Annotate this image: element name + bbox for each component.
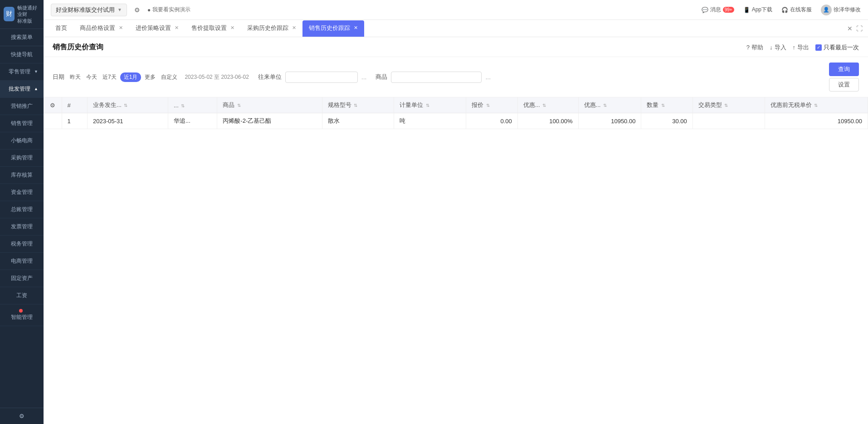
td-discount-amt: 10950.00: [578, 113, 641, 129]
message-badge: 99+: [723, 7, 734, 13]
tab-home[interactable]: 首页: [49, 20, 73, 37]
app-download-label: App下载: [752, 6, 772, 14]
source-unit-input[interactable]: [285, 72, 358, 83]
tab-close-sales-history[interactable]: ✕: [354, 25, 358, 31]
td-spec: 散水: [322, 113, 394, 129]
help-button[interactable]: ? 帮助: [746, 43, 763, 52]
sidebar-item-sales[interactable]: 销售管理: [0, 115, 44, 132]
date-opt-last7[interactable]: 近7天: [101, 72, 118, 82]
sidebar-logo: 财 畅捷通好业财 标准版: [0, 0, 44, 29]
sidebar-quick-nav[interactable]: 快捷导航: [0, 46, 44, 63]
sidebar-item-tax[interactable]: 税务管理: [0, 236, 44, 253]
goods-input[interactable]: [391, 72, 482, 83]
maximize-window-button[interactable]: ⛶: [856, 25, 863, 32]
date-options: 昨天 今天 近7天 近1月 更多 自定义: [68, 72, 179, 82]
tab-close-price-settings[interactable]: ✕: [119, 25, 123, 31]
source-unit-filter-group: 往来单位 ...: [258, 72, 367, 83]
date-opt-today[interactable]: 今天: [84, 72, 99, 82]
smart-dot-indicator: [19, 309, 23, 313]
sidebar-item-finance[interactable]: 资金管理: [0, 184, 44, 201]
col-trade-type[interactable]: 交易类型 ⇅: [692, 97, 765, 113]
td-date: 2023-05-31: [88, 113, 168, 129]
version-selector[interactable]: 好业财标准版交付试用 ▼: [51, 4, 127, 16]
col-unit[interactable]: 计量单位 ⇅: [394, 97, 466, 113]
message-button[interactable]: 💬 消息 99+: [702, 6, 734, 14]
demo-icon: ●: [147, 7, 151, 13]
col-discount-pct[interactable]: 优惠... ⇅: [517, 97, 578, 113]
sidebar-item-assets[interactable]: 固定资产: [0, 270, 44, 287]
topbar: 好业财标准版交付试用 ▼ ⚙ ● 我要看实例演示 💬 消息 99+ 📱 App下…: [44, 0, 868, 20]
message-label: 消息: [710, 6, 721, 14]
source-unit-more-icon[interactable]: ...: [361, 73, 367, 81]
col-discount-amt[interactable]: 优惠... ⇅: [578, 97, 641, 113]
tab-sales-history[interactable]: 销售历史价跟踪 ✕: [302, 20, 364, 37]
tab-purchase-history[interactable]: 采购历史价跟踪 ✕: [241, 20, 302, 37]
export-button[interactable]: ↑ 导出: [793, 43, 809, 52]
settings-button[interactable]: 设置: [829, 78, 859, 92]
date-opt-last1m[interactable]: 近1月: [120, 72, 141, 82]
online-service-button[interactable]: 🎧 在线客服: [781, 6, 812, 14]
date-opt-yesterday[interactable]: 昨天: [68, 72, 83, 82]
sidebar-item-wholesale[interactable]: 批发管理 ▲: [0, 81, 44, 98]
sidebar-item-ledger[interactable]: 总账管理: [0, 201, 44, 218]
import-button[interactable]: ↓ 导入: [770, 43, 786, 52]
demo-label: 我要看实例演示: [152, 6, 190, 14]
col-more[interactable]: ... ⇅: [168, 97, 217, 113]
headset-icon: 🎧: [781, 7, 788, 13]
col-pre-tax-price[interactable]: 优惠前无税单价 ⇅: [765, 97, 868, 113]
tab-close-purchase-history[interactable]: ✕: [292, 25, 296, 31]
td-num: 1: [62, 113, 88, 129]
sidebar-item-purchase[interactable]: 采购管理: [0, 149, 44, 167]
sidebar-settings-button[interactable]: ⚙: [0, 408, 44, 424]
table-row: 1 2023-05-31 华追... 丙烯酸-2-乙基己酯 散水 吨 0.00 …: [44, 113, 868, 129]
filter-bar: 日期 昨天 今天 近7天 近1月 更多 自定义 2023-05-02 至 202…: [44, 57, 868, 97]
td-config: [44, 113, 62, 129]
user-name: 徐泽华修改: [834, 6, 861, 14]
col-spec[interactable]: 规格型号 ⇅: [322, 97, 394, 113]
source-unit-label: 往来单位: [258, 73, 282, 81]
col-qty[interactable]: 数量 ⇅: [641, 97, 692, 113]
td-unit: 吨: [394, 113, 466, 129]
user-button[interactable]: 👤 徐泽华修改: [821, 5, 861, 15]
app-download-button[interactable]: 📱 App下载: [743, 6, 772, 14]
close-window-button[interactable]: ✕: [847, 25, 853, 32]
sidebar-item-ecommerce-small[interactable]: 小畅电商: [0, 132, 44, 149]
sidebar-item-salary[interactable]: 工资: [0, 287, 44, 304]
tab-price-settings[interactable]: 商品价格设置 ✕: [73, 20, 129, 37]
only-last-checkbox[interactable]: ✓ 只看最后一次: [815, 43, 859, 52]
sidebar-item-marketing[interactable]: 营销推广: [0, 98, 44, 115]
sidebar-search[interactable]: 搜索菜单: [0, 29, 44, 46]
tab-close-sale-pickup[interactable]: ✕: [230, 25, 234, 31]
page-title: 销售历史价查询: [53, 43, 103, 52]
table-container: ⚙ # 业务发生... ⇅ ... ⇅ 商品 ⇅: [44, 97, 868, 424]
page-header-actions: ? 帮助 ↓ 导入 ↑ 导出 ✓ 只看最后一次: [746, 43, 859, 52]
page-content: 销售历史价查询 ? 帮助 ↓ 导入 ↑ 导出 ✓ 只看最后一次: [44, 37, 868, 424]
goods-filter-group: 商品 ...: [375, 72, 491, 83]
import-icon: ↓: [770, 44, 773, 51]
col-goods[interactable]: 商品 ⇅: [217, 97, 322, 113]
goods-more-icon[interactable]: ...: [485, 73, 491, 81]
sort-qty-icon: ⇅: [661, 103, 665, 108]
sidebar-item-inventory[interactable]: 库存核算: [0, 167, 44, 184]
sidebar-item-smart[interactable]: 智能管理: [0, 304, 44, 326]
col-date[interactable]: 业务发生... ⇅: [88, 97, 168, 113]
data-table: ⚙ # 业务发生... ⇅ ... ⇅ 商品 ⇅: [44, 97, 868, 129]
tab-sale-pickup[interactable]: 售价提取设置 ✕: [185, 20, 241, 37]
col-price[interactable]: 报价 ⇅: [466, 97, 517, 113]
export-icon: ↑: [793, 44, 796, 51]
col-config[interactable]: ⚙: [44, 97, 62, 113]
td-trade-type: [692, 113, 765, 129]
sidebar-item-retail[interactable]: 零售管理 ▼: [0, 63, 44, 81]
tab-purchase-strategy[interactable]: 进价策略设置 ✕: [129, 20, 185, 37]
query-button[interactable]: 查询: [829, 63, 859, 76]
topbar-settings-icon[interactable]: ⚙: [134, 6, 140, 14]
date-opt-custom[interactable]: 自定义: [159, 72, 179, 82]
date-opt-more[interactable]: 更多: [143, 72, 157, 82]
demo-button[interactable]: ● 我要看实例演示: [147, 6, 190, 14]
sidebar-item-invoice[interactable]: 发票管理: [0, 218, 44, 236]
td-price: 0.00: [466, 113, 517, 129]
sidebar-item-ecommerce[interactable]: 电商管理: [0, 253, 44, 270]
sort-trade-type-icon: ⇅: [724, 103, 728, 108]
tab-close-purchase-strategy[interactable]: ✕: [175, 25, 179, 31]
sort-price-icon: ⇅: [486, 103, 490, 108]
